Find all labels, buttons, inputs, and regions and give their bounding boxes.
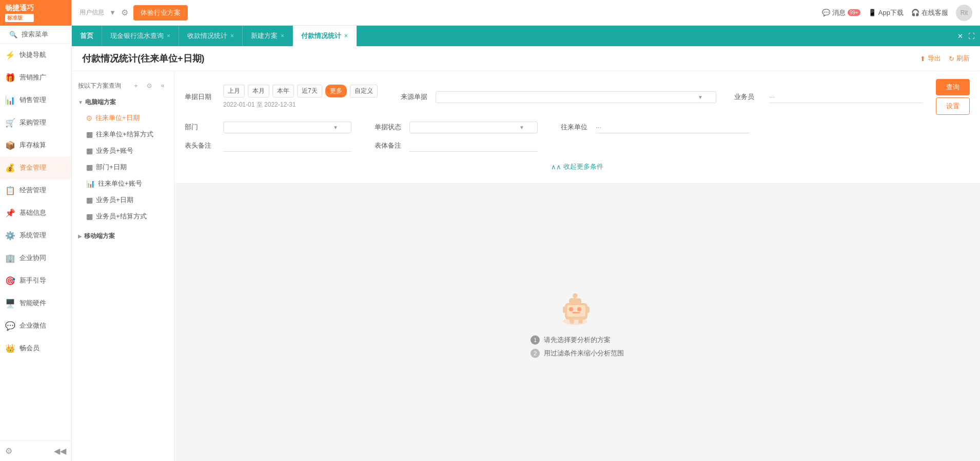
tab-income-stats-close[interactable]: × [230, 32, 234, 39]
sidebar-item-collab[interactable]: 🏢 企业协同 [0, 247, 71, 269]
right-panel: 单据日期 上月 本月 本年 近7天 更多 自定义 2022-01-01 至 20… [174, 71, 980, 461]
messages-label: 消息 [832, 8, 846, 17]
date-btn-last7[interactable]: 近7天 [297, 85, 322, 97]
add-plan-btn[interactable]: ＋ [131, 81, 141, 91]
tab-payment-stats-close[interactable]: × [344, 32, 348, 39]
left-panel-header-actions: ＋ ⊙ « [131, 81, 168, 91]
plan-partner-settle[interactable]: ▦ 往来单位+结算方式 [72, 126, 174, 143]
sidebar-item-finance[interactable]: 💰 资金管理 [0, 156, 71, 179]
user-dropdown-icon[interactable]: ▼ [109, 9, 116, 16]
date-btn-this-month[interactable]: 本月 [248, 85, 269, 97]
sidebar-label-guide: 新手引导 [19, 276, 46, 285]
desktop-section[interactable]: ▼ 电脑端方案 [72, 95, 174, 110]
plan-staff-settle-icon: ▦ [86, 212, 93, 221]
sidebar-item-system[interactable]: ⚙️ 系统管理 [0, 224, 71, 247]
sidebar-label-sales: 销售管理 [19, 95, 46, 105]
sidebar-item-hardware[interactable]: 🖥️ 智能硬件 [0, 292, 71, 314]
sidebar-item-member[interactable]: 👑 畅会员 [0, 337, 71, 359]
svg-point-3 [569, 307, 573, 311]
sidebar-item-sales[interactable]: 📊 销售管理 [0, 89, 71, 111]
messages-item[interactable]: 💬 消息 99+ [822, 8, 860, 17]
doc-status-select[interactable]: ▼ [409, 122, 538, 133]
user-info: 用户信息 [80, 8, 104, 17]
svg-rect-6 [563, 306, 566, 313]
topbar-left: 用户信息 ▼ ⚙ 体验行业方案 [80, 5, 188, 21]
plan-staff-date[interactable]: ▦ 业务员+日期 [72, 192, 174, 208]
source-label: 来源单据 [401, 92, 432, 102]
partner-dots[interactable]: ··· [596, 121, 750, 133]
bottom-settings-icon[interactable]: ⚙ [5, 446, 12, 456]
date-btn-more[interactable]: 更多 [325, 85, 347, 97]
user-avatar[interactable]: Rit [956, 5, 972, 21]
online-service-item[interactable]: 🎧 在线客服 [911, 8, 948, 17]
basic-icon: 📌 [5, 208, 15, 218]
date-range-text: 2022-01-01 至 2022-12-31 [223, 101, 378, 109]
query-btn[interactable]: 查询 [936, 79, 970, 95]
hardware-icon: 🖥️ [5, 298, 15, 308]
filter-row-1: 单据日期 上月 本月 本年 近7天 更多 自定义 2022-01-01 至 20… [185, 79, 970, 115]
export-icon: ⬆ [920, 55, 926, 63]
plan-staff-account[interactable]: ▦ 业务员+账号 [72, 143, 174, 159]
plan-staff-settle[interactable]: ▦ 业务员+结算方式 [72, 208, 174, 225]
plan-partner-account[interactable]: 📊 往来单位+账号 [72, 175, 174, 192]
plan-partner-date[interactable]: ⊙ 往来单位+日期 [72, 110, 174, 126]
tab-bank-flow[interactable]: 现金银行流水查询 × [102, 26, 179, 46]
operation-icon: 📋 [5, 185, 15, 195]
sidebar-item-purchase[interactable]: 🛒 采购管理 [0, 111, 71, 134]
header-note-input[interactable] [223, 139, 351, 152]
source-dropdown-icon: ▼ [698, 94, 703, 100]
sidebar-item-basic[interactable]: 📌 基础信息 [0, 202, 71, 224]
sidebar-collapse-icon[interactable]: ◀◀ [54, 446, 66, 456]
body-note-label: 表体备注 [375, 141, 405, 150]
filter-area: 单据日期 上月 本月 本年 近7天 更多 自定义 2022-01-01 至 20… [174, 71, 980, 184]
tab-payment-stats[interactable]: 付款情况统计 × [293, 26, 357, 46]
refresh-btn[interactable]: ↻ 刷新 [949, 54, 970, 63]
main-content: 按以下方案查询 ＋ ⊙ « ▼ 电脑端方案 ⊙ 往来单位+日期 ▦ [72, 71, 980, 461]
search-menu[interactable]: 🔍 搜索菜单 [0, 26, 71, 44]
tab-fullscreen-icon[interactable]: ⛶ [968, 32, 975, 40]
sidebar-item-guide[interactable]: 🎯 新手引导 [0, 269, 71, 292]
plan-dept-date[interactable]: ▦ 部门+日期 [72, 159, 174, 175]
left-panel-title: 按以下方案查询 [78, 82, 121, 90]
sales-icon: 📊 [5, 95, 15, 105]
plan-staff-date-icon: ▦ [86, 196, 93, 204]
sidebar-item-operation[interactable]: 📋 经营管理 [0, 179, 71, 202]
app-download-item[interactable]: 📱 App下载 [868, 8, 904, 17]
body-note-input[interactable] [409, 139, 538, 152]
tab-home[interactable]: 首页 [72, 26, 102, 46]
results-area: 1 请先选择要分析的方案 2 用过滤条件来缩小分析范围 [174, 184, 980, 461]
date-btn-custom[interactable]: 自定义 [350, 85, 378, 97]
plan-settings-btn[interactable]: ⊙ [144, 81, 154, 91]
export-btn[interactable]: ⬆ 导出 [920, 54, 941, 63]
tab-bank-flow-close[interactable]: × [167, 32, 170, 39]
page-header-actions: ⬆ 导出 ↻ 刷新 [920, 54, 970, 63]
svg-rect-9 [578, 318, 582, 324]
tab-close-all-icon[interactable]: ✕ [957, 32, 963, 40]
collapse-filter-btn[interactable]: ∧∧ 收起更多条件 [185, 158, 970, 175]
tab-new-plan-close[interactable]: × [281, 32, 284, 39]
filter-settings-btn[interactable]: 设置 [936, 97, 970, 115]
sidebar-item-marketing[interactable]: 🎁 营销推广 [0, 66, 71, 89]
online-service-label: 在线客服 [922, 8, 948, 17]
tab-income-stats[interactable]: 收款情况统计 × [179, 26, 243, 46]
mobile-section[interactable]: ▶ 移动端方案 [72, 229, 174, 244]
topbar-settings-icon[interactable]: ⚙ [121, 8, 128, 17]
date-options: 上月 本月 本年 近7天 更多 自定义 [223, 85, 378, 97]
source-select[interactable]: ▼ [436, 91, 716, 103]
tab-bank-flow-label: 现金银行流水查询 [110, 31, 164, 41]
purchase-icon: 🛒 [5, 117, 15, 128]
empty-icon [552, 287, 603, 328]
sidebar-item-weixin[interactable]: 💬 企业微信 [0, 314, 71, 337]
sidebar-label-hardware: 智能硬件 [19, 298, 46, 308]
date-btn-last-month[interactable]: 上月 [223, 85, 245, 97]
sidebar-item-quick-nav[interactable]: ⚡ 快捷导航 [0, 44, 71, 66]
collapse-panel-btn[interactable]: « [158, 81, 168, 91]
filter-row-3: 表头备注 表体备注 [185, 139, 970, 152]
staff-dots[interactable]: ··· [769, 91, 923, 103]
dept-select[interactable]: ▼ [223, 122, 351, 133]
tab-income-stats-label: 收款情况统计 [187, 31, 227, 41]
tab-new-plan[interactable]: 新建方案 × [243, 26, 293, 46]
date-btn-this-year[interactable]: 本年 [272, 85, 294, 97]
try-industry-btn[interactable]: 体验行业方案 [133, 5, 188, 21]
sidebar-item-inventory[interactable]: 📦 库存核算 [0, 134, 71, 156]
